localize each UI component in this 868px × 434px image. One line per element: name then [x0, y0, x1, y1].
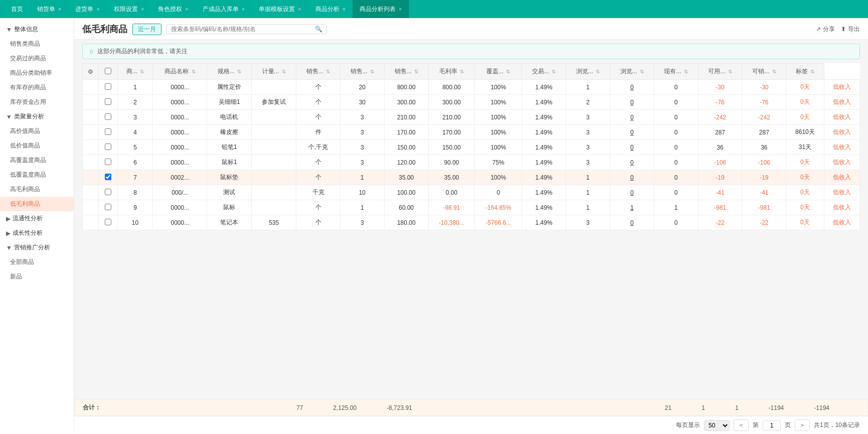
row-checkbox-cell[interactable] [99, 200, 118, 215]
next-page-button[interactable]: ＞ [795, 419, 810, 431]
nav-role-auth[interactable]: 角色授权 × [151, 0, 195, 18]
chevron-down-icon: ▼ [6, 26, 12, 33]
sidebar-item-category-sales-rate[interactable]: 商品分类助销率 [0, 66, 74, 80]
row-saleable: 0天 [786, 170, 824, 185]
row-view1[interactable]: 0 [610, 140, 654, 155]
nav-permissions[interactable]: 权限设置 × [107, 0, 151, 18]
sort-icon[interactable]: ⇅ [728, 69, 732, 74]
sort-icon[interactable]: ⇅ [772, 69, 776, 74]
sort-icon[interactable]: ⇅ [506, 69, 510, 74]
row-checkbox-cell[interactable] [99, 140, 118, 155]
row-checkbox-cell[interactable] [99, 125, 118, 140]
row-sales-count: 3 [340, 215, 384, 230]
sort-icon[interactable]: ⇅ [192, 69, 196, 74]
sidebar-item-all-goods[interactable]: 全部商品 [0, 255, 74, 269]
sort-icon[interactable]: ⇅ [237, 69, 241, 74]
select-all-checkbox[interactable] [105, 68, 111, 74]
sidebar-item-low-margin[interactable]: 低毛利商品 [0, 197, 74, 211]
row-checkbox-cell[interactable] [99, 95, 118, 110]
row-view1[interactable]: 0 [610, 215, 654, 230]
row-checkbox[interactable] [105, 189, 111, 195]
page-number-input[interactable] [763, 420, 781, 430]
sort-icon[interactable]: ⇅ [552, 69, 556, 74]
row-checkbox-cell[interactable] [99, 80, 118, 95]
row-checkbox-cell[interactable] [99, 185, 118, 200]
close-icon[interactable]: × [141, 6, 144, 12]
row-view1[interactable]: 0 [610, 125, 654, 140]
col-trade: 交易... ⇅ [522, 64, 566, 80]
row-checkbox[interactable] [105, 219, 111, 225]
nav-sales[interactable]: 销货单 × [30, 0, 68, 18]
row-checkbox-cell[interactable] [99, 155, 118, 170]
sort-icon[interactable]: ⇅ [460, 69, 464, 74]
sort-icon[interactable]: ⇅ [282, 69, 286, 74]
sort-icon[interactable]: ⇅ [414, 69, 418, 74]
sidebar-group-circulation[interactable]: ▶ 流通性分析 [0, 211, 74, 226]
row-unit: 千克 [296, 185, 340, 200]
sidebar-item-high-margin[interactable]: 高毛利商品 [0, 182, 74, 197]
row-checkbox[interactable] [105, 159, 111, 165]
sort-icon[interactable]: ⇅ [810, 69, 814, 74]
row-view1[interactable]: 0 [610, 155, 654, 170]
share-button[interactable]: ↗ 分享 [816, 25, 835, 34]
prev-page-button[interactable]: ＜ [734, 419, 749, 431]
sidebar-item-capital[interactable]: 库存资金占用 [0, 95, 74, 109]
sort-icon[interactable]: ⇅ [640, 69, 644, 74]
sidebar-item-high-value[interactable]: 高价值商品 [0, 124, 74, 138]
row-view1[interactable]: 1 [610, 200, 654, 215]
row-view1[interactable]: 0 [610, 110, 654, 125]
sidebar-group-cluster[interactable]: ▼ 类聚量分析 [0, 109, 74, 124]
row-checkbox[interactable] [105, 204, 111, 210]
close-icon[interactable]: × [185, 6, 188, 12]
nav-purchase[interactable]: 进货单 × [68, 0, 106, 18]
search-icon[interactable]: 🔍 [315, 26, 322, 33]
sidebar-item-in-stock[interactable]: 有库存的商品 [0, 80, 74, 95]
nav-product-analysis-list[interactable]: 商品分析列表 × [353, 0, 409, 18]
nav-home[interactable]: 首页 [4, 0, 30, 18]
row-view1[interactable]: 0 [610, 185, 654, 200]
sidebar-item-sales-goods[interactable]: 销售类商品 [0, 37, 74, 51]
nav-template-settings[interactable]: 单据模板设置 × [252, 0, 308, 18]
row-checkbox-cell[interactable] [99, 215, 118, 230]
sidebar-item-low-value[interactable]: 低价值商品 [0, 138, 74, 153]
settings-col-header[interactable]: ⚙ [83, 64, 99, 80]
close-icon[interactable]: × [96, 6, 99, 12]
row-checkbox[interactable] [105, 128, 111, 135]
row-checkbox[interactable] [105, 143, 111, 150]
row-checkbox[interactable] [105, 98, 111, 105]
checkbox-col-header[interactable] [99, 64, 118, 80]
row-sales-count: 1 [340, 170, 384, 185]
date-filter-button[interactable]: 近一月 [132, 24, 161, 35]
row-view1[interactable]: 0 [610, 95, 654, 110]
sidebar-item-traded-goods[interactable]: 交易过的商品 [0, 51, 74, 66]
sidebar-item-low-coverage[interactable]: 低覆盖度商品 [0, 168, 74, 182]
close-icon[interactable]: × [242, 6, 245, 12]
export-button[interactable]: ⬆ 导出 [841, 25, 860, 34]
sort-icon[interactable]: ⇅ [370, 69, 374, 74]
sidebar-item-new-goods[interactable]: 新品 [0, 269, 74, 284]
nav-product-inbound[interactable]: 产成品入库单 × [196, 0, 252, 18]
sidebar-item-high-coverage[interactable]: 高覆盖度商品 [0, 153, 74, 168]
row-view1[interactable]: 0 [610, 80, 654, 95]
sidebar-group-marketing[interactable]: ▼ 营销推广分析 [0, 240, 74, 255]
sort-icon[interactable]: ⇅ [596, 69, 600, 74]
sort-icon[interactable]: ⇅ [326, 69, 330, 74]
row-view1[interactable]: 0 [610, 170, 654, 185]
row-checkbox[interactable] [105, 174, 111, 180]
close-icon[interactable]: × [298, 6, 301, 12]
per-page-select[interactable]: 50 20 100 [704, 420, 730, 431]
sort-icon[interactable]: ⇅ [140, 69, 144, 74]
close-icon[interactable]: × [399, 6, 402, 12]
nav-product-analysis[interactable]: 商品分析 × [308, 0, 353, 18]
row-checkbox[interactable] [105, 113, 111, 120]
close-icon[interactable]: × [342, 6, 345, 12]
row-checkbox-cell[interactable] [99, 170, 118, 185]
close-icon[interactable]: × [58, 6, 61, 12]
row-checkbox[interactable] [105, 83, 111, 90]
search-input[interactable] [171, 26, 315, 33]
row-coverage: 1.49% [522, 200, 566, 215]
row-checkbox-cell[interactable] [99, 110, 118, 125]
sort-icon[interactable]: ⇅ [684, 69, 688, 74]
sidebar-group-growth[interactable]: ▶ 成长性分析 [0, 226, 74, 240]
sidebar-group-overall[interactable]: ▼ 整体信息 [0, 22, 74, 37]
